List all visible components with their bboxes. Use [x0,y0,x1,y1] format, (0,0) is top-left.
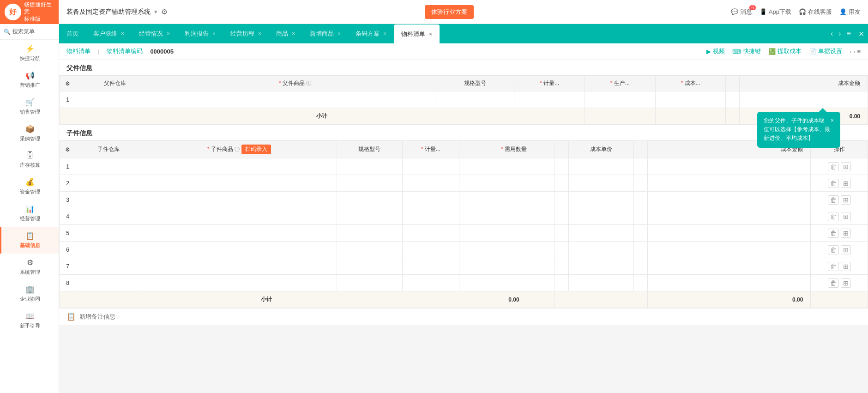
child-row-6-quantity[interactable] [473,242,555,258]
child-row-4-warehouse[interactable] [76,208,141,225]
tab-operations[interactable]: 经营情况 × [132,24,177,43]
child-row-4-unit[interactable] [402,208,459,225]
child-row-6-warehouse[interactable] [76,242,141,258]
sidebar-item-guide[interactable]: 📖 新手引导 [0,307,59,334]
sidebar-item-system[interactable]: ⚙ 系统管理 [0,254,59,280]
child-row-4-product[interactable] [141,208,337,225]
delete-row-2-icon[interactable]: 🗑 [828,179,839,188]
child-row-1-quantity[interactable] [473,158,555,175]
child-row-5-quantity[interactable] [473,225,555,242]
tab-close-new-product[interactable]: × [338,30,341,37]
child-row-5-unit[interactable] [402,225,459,242]
delete-row-4-icon[interactable]: 🗑 [828,212,839,221]
single-settings-button[interactable]: 📄 单据设置 [809,47,842,55]
child-row-8-cost-unit[interactable] [568,275,633,291]
child-row-8-quantity[interactable] [473,275,555,291]
parent-row-1-warehouse[interactable] [76,91,154,108]
parent-row-1-production[interactable] [585,91,655,108]
tab-close-all-icon[interactable]: ✕ [855,30,868,38]
child-row-7-spec[interactable] [337,258,402,275]
child-row-8-spec[interactable] [337,275,402,291]
tab-bom[interactable]: 物料清单 × [394,24,440,43]
child-row-2-product[interactable] [141,175,337,192]
copy-row-2-icon[interactable]: ⊞ [841,179,851,188]
child-row-4-spec[interactable] [337,208,402,225]
user-item[interactable]: 👤 用友 [839,8,861,16]
child-row-8-unit[interactable] [402,275,459,291]
list-view-icon[interactable]: ≡ [857,48,861,55]
child-row-5-cost-unit[interactable] [568,225,633,242]
child-row-1-cost-unit[interactable] [568,158,633,175]
child-row-7-warehouse[interactable] [76,258,141,275]
child-row-1-warehouse[interactable] [76,158,141,175]
tab-close-barcode[interactable]: × [383,30,386,37]
child-row-2-quantity[interactable] [473,175,555,192]
tab-close-bom[interactable]: × [429,31,432,37]
cost-button[interactable]: 💹 提取成本 [768,47,802,55]
dropdown-arrow-icon[interactable]: ▾ [154,8,157,15]
child-row-5-product[interactable] [141,225,337,242]
footer-note-text[interactable]: 新增备注信息 [79,313,115,321]
nav-next-icon[interactable]: › [853,48,855,55]
tab-nav-prev[interactable]: ‹ [827,30,837,38]
nav-prev-icon[interactable]: ‹ [850,48,851,55]
copy-row-3-icon[interactable]: ⊞ [841,195,851,205]
tab-profit[interactable]: 利润报告 × [177,24,223,43]
sidebar-search[interactable]: 🔍 搜索菜单 [0,24,59,40]
sidebar-item-purchase[interactable]: 📦 采购管理 [0,120,59,147]
copy-row-7-icon[interactable]: ⊞ [841,262,851,271]
child-row-6-cost-unit[interactable] [568,242,633,258]
tab-close-history[interactable]: × [258,30,261,37]
parent-row-1-cost[interactable] [655,91,726,108]
child-row-3-cost-unit[interactable] [568,192,633,208]
parent-col-settings[interactable]: ⚙ [60,76,76,91]
child-col-settings[interactable]: ⚙ [60,141,76,158]
sidebar-item-inventory[interactable]: 🗄 库存核算 [0,147,59,173]
child-row-5-spec[interactable] [337,225,402,242]
child-row-7-unit[interactable] [402,258,459,275]
delete-row-8-icon[interactable]: 🗑 [828,278,839,288]
child-row-5-warehouse[interactable] [76,225,141,242]
child-row-3-unit[interactable] [402,192,459,208]
sidebar-item-operation[interactable]: 📊 经营管理 [0,200,59,227]
tab-close-products[interactable]: × [292,30,295,37]
tab-customers[interactable]: 客户联络 × [86,24,132,43]
messages-item[interactable]: 💬 消息 6 [731,8,752,16]
copy-row-6-icon[interactable]: ⊞ [841,245,851,254]
tab-nav-next[interactable]: › [837,30,843,38]
sidebar-item-quick-nav[interactable]: ⚡ 快捷导航 [0,40,59,67]
parent-row-1-unit[interactable] [514,91,585,108]
online-service-item[interactable]: 🎧 在线客服 [799,8,832,16]
tab-close-operations[interactable]: × [167,30,170,37]
child-row-3-spec[interactable] [337,192,402,208]
child-row-7-quantity[interactable] [473,258,555,275]
scan-input-button[interactable]: 扫码录入 [241,145,271,154]
child-row-1-product[interactable] [141,158,337,175]
child-row-2-cost-unit[interactable] [568,175,633,192]
child-row-3-warehouse[interactable] [76,192,141,208]
delete-row-6-icon[interactable]: 🗑 [828,245,839,254]
tab-history[interactable]: 经营历程 × [223,24,269,43]
tab-products[interactable]: 商品 × [269,24,302,43]
tooltip-close-button[interactable]: × [831,116,834,125]
child-row-3-quantity[interactable] [473,192,555,208]
child-row-6-product[interactable] [141,242,337,258]
child-row-8-product[interactable] [141,275,337,291]
copy-row-4-icon[interactable]: ⊞ [841,212,851,221]
child-row-2-warehouse[interactable] [76,175,141,192]
parent-row-1-product[interactable] [154,91,436,108]
child-row-7-product[interactable] [141,258,337,275]
child-row-2-spec[interactable] [337,175,402,192]
sidebar-item-marketing[interactable]: 📢 营销推广 [0,67,59,93]
app-download-item[interactable]: 📱 App下载 [760,8,791,16]
trial-button[interactable]: 体验行业方案 [425,5,474,19]
sidebar-item-finance[interactable]: 💰 资金管理 [0,173,59,200]
delete-row-7-icon[interactable]: 🗑 [828,262,839,271]
tab-close-profit[interactable]: × [212,30,216,37]
child-row-8-warehouse[interactable] [76,275,141,291]
delete-row-1-icon[interactable]: 🗑 [828,162,839,171]
copy-row-1-icon[interactable]: ⊞ [841,162,851,171]
child-row-1-unit[interactable] [402,158,459,175]
parent-row-1-spec[interactable] [436,91,514,108]
copy-row-5-icon[interactable]: ⊞ [841,229,851,238]
